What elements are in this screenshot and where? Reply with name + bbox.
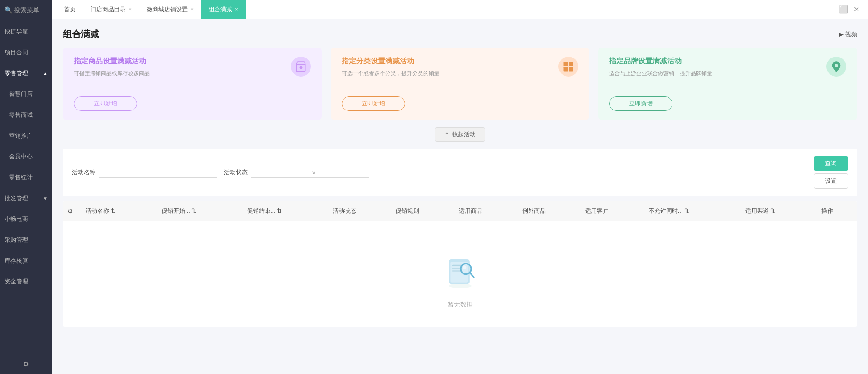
col-rule: 促销规则: [391, 201, 454, 221]
card-category-title: 指定分类设置满减活动: [342, 57, 579, 66]
empty-state: 暂无数据: [63, 221, 857, 327]
card-brand-title: 指定品牌设置满减活动: [609, 57, 846, 66]
sidebar-item-marketing[interactable]: 营销推广: [0, 125, 52, 146]
card-brand: 指定品牌设置满减活动 适合与上游企业联合做营销，提升品牌销量 立即新增: [598, 48, 857, 120]
gear-icon: ⚙: [23, 360, 29, 368]
sidebar-item-smart-store[interactable]: 智慧门店: [0, 84, 52, 105]
search-bar: 活动名称 活动状态 ∨ 查询 设置: [63, 149, 857, 196]
collapse-activity-btn[interactable]: ⌃ 收起活动: [435, 127, 485, 142]
sidebar-item-retail-mall[interactable]: 零售商城: [0, 105, 52, 125]
tab-wechat-shop[interactable]: 微商城店铺设置 ×: [139, 0, 201, 19]
window-controls: ⬜ ✕: [839, 5, 863, 14]
svg-line-11: [469, 273, 473, 277]
dropdown-chevron-icon: ∨: [312, 169, 369, 176]
col-action: 操作: [817, 201, 857, 221]
table-header-row: ⚙ 活动名称 ⇅ 促销开始... ⇅ 促销结束... ⇅ 活动状态: [63, 201, 857, 221]
play-icon: ▶: [839, 31, 844, 38]
tab-combo-discount[interactable]: 组合满减 ×: [201, 0, 246, 19]
card-category-add-btn[interactable]: 立即新增: [342, 96, 405, 111]
col-status: 活动状态: [328, 201, 391, 221]
sidebar-item-funds-mgmt[interactable]: 资金管理: [0, 271, 52, 292]
cards-row: 指定商品设置满减活动 可指定滞销商品或库存较多商品 立即新增 指定分类设置满减活…: [63, 48, 857, 120]
setting-button[interactable]: 设置: [814, 173, 848, 189]
data-table-wrapper: ⚙ 活动名称 ⇅ 促销开始... ⇅ 促销结束... ⇅ 活动状态: [63, 201, 857, 327]
activity-name-label: 活动名称: [72, 168, 95, 177]
sidebar-item-project-contract[interactable]: 项目合同: [0, 42, 52, 63]
gear-icon: ⚙: [67, 208, 73, 215]
chevron-down-icon: ▼: [43, 196, 48, 201]
svg-point-12: [463, 265, 466, 269]
activity-name-input[interactable]: [99, 167, 217, 178]
col-name[interactable]: 活动名称 ⇅: [81, 201, 157, 221]
svg-rect-0: [564, 62, 568, 66]
page-header: 组合满减 ▶ 视频: [63, 28, 857, 40]
sidebar-settings[interactable]: ⚙: [0, 354, 52, 374]
col-start[interactable]: 促销开始... ⇅: [157, 201, 243, 221]
maximize-button[interactable]: ⬜: [839, 5, 848, 14]
sidebar-item-retail-stats[interactable]: 零售统计: [0, 167, 52, 188]
svg-rect-1: [569, 62, 573, 66]
card-product-desc: 可指定滞销商品或库存较多商品: [74, 70, 311, 77]
tab-home[interactable]: 首页: [57, 0, 83, 19]
col-no-concurrent[interactable]: 不允许同时... ⇅: [644, 201, 741, 221]
tab-close-wechat-shop[interactable]: ×: [191, 0, 194, 19]
activity-status-field: 活动状态 ∨: [224, 168, 369, 178]
svg-rect-8: [452, 268, 460, 269]
sidebar-item-xiaochang[interactable]: 小畅电商: [0, 209, 52, 230]
page-title: 组合满减: [63, 28, 99, 40]
svg-rect-3: [569, 67, 573, 71]
query-button[interactable]: 查询: [814, 156, 848, 171]
card-brand-desc: 适合与上游企业联合做营销，提升品牌销量: [609, 70, 846, 77]
empty-illustration: [438, 248, 483, 293]
col-gear[interactable]: ⚙: [63, 201, 81, 221]
card-product-add-btn[interactable]: 立即新增: [74, 96, 137, 111]
chevron-up-icon: ▲: [43, 71, 48, 76]
sidebar-item-inventory[interactable]: 库存核算: [0, 250, 52, 271]
sidebar-item-purchase-mgmt[interactable]: 采购管理: [0, 230, 52, 250]
card-category: 指定分类设置满减活动 可选一个或者多个分类，提升分类的销量 立即新增: [331, 48, 590, 120]
sidebar-item-retail-mgmt[interactable]: 零售管理 ▲: [0, 63, 52, 84]
sidebar-item-member-center[interactable]: 会员中心: [0, 146, 52, 167]
tab-close-store-catalog[interactable]: ×: [129, 0, 132, 19]
search-icon: 🔍: [5, 6, 14, 14]
sidebar-search[interactable]: 🔍 搜索菜单: [0, 0, 52, 21]
close-button[interactable]: ✕: [852, 5, 861, 14]
tab-close-combo-discount[interactable]: ×: [235, 0, 238, 19]
search-actions: 查询 设置: [814, 156, 848, 189]
activity-status-select[interactable]: ∨: [251, 168, 369, 178]
activity-name-field: 活动名称: [72, 167, 217, 178]
card-product-title: 指定商品设置满减活动: [74, 57, 311, 66]
card-product: 指定商品设置满减活动 可指定滞销商品或库存较多商品 立即新增: [63, 48, 322, 120]
video-link[interactable]: ▶ 视频: [839, 30, 857, 38]
main-area: 首页 门店商品目录 × 微商城店铺设置 × 组合满减 × ⬜ ✕ 组合满减 ▶ …: [52, 0, 868, 374]
data-table: ⚙ 活动名称 ⇅ 促销开始... ⇅ 促销结束... ⇅ 活动状态: [63, 201, 857, 221]
tab-store-catalog[interactable]: 门店商品目录 ×: [83, 0, 139, 19]
col-customer: 适用客户: [581, 201, 644, 221]
empty-text: 暂无数据: [72, 301, 848, 309]
activity-status-label: 活动状态: [224, 168, 248, 177]
card-category-desc: 可选一个或者多个分类，提升分类的销量: [342, 70, 579, 77]
col-goods: 适用商品: [454, 201, 518, 221]
chevron-up-icon: ⌃: [444, 131, 449, 138]
col-end[interactable]: 促销结束... ⇅: [243, 201, 328, 221]
card-brand-icon: [826, 57, 846, 77]
card-brand-add-btn[interactable]: 立即新增: [609, 96, 672, 111]
sidebar-item-wholesale-mgmt[interactable]: 批发管理 ▼: [0, 188, 52, 209]
col-except: 例外商品: [518, 201, 581, 221]
svg-point-4: [449, 283, 472, 288]
page-content: 组合满减 ▶ 视频 指定商品设置满减活动 可指定滞销商品或库存较多商品 立即新增: [52, 19, 868, 374]
collapse-bar: ⌃ 收起活动: [63, 127, 857, 142]
sidebar-item-quick-nav[interactable]: 快捷导航: [0, 21, 52, 42]
svg-rect-2: [564, 67, 568, 71]
sidebar: 🔍 搜索菜单 快捷导航 项目合同 零售管理 ▲ 智慧门店 零售商城 营销推广 会…: [0, 0, 52, 374]
card-product-icon: [291, 57, 311, 77]
tab-bar: 首页 门店商品目录 × 微商城店铺设置 × 组合满减 × ⬜ ✕: [52, 0, 868, 19]
col-channel[interactable]: 适用渠道 ⇅: [741, 201, 817, 221]
